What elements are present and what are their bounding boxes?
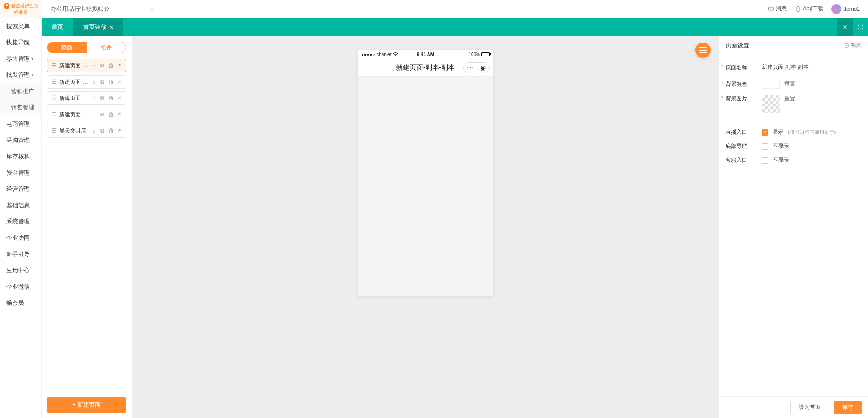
sidebar-item-wechat[interactable]: 企业微信: [0, 279, 41, 295]
sidebar-item-appcenter[interactable]: 应用中心: [0, 262, 41, 279]
bg-image-swatch[interactable]: [762, 95, 780, 113]
delete-icon[interactable]: 🗑: [108, 79, 115, 85]
tabbar-close-button[interactable]: [837, 18, 853, 36]
canvas-area: ●●●●○ chanjet 9:41 AM 100% 新建页面-副本-副本: [132, 36, 719, 418]
phone-title-bar: 新建页面-副本-副本 ⋯ ◉: [358, 59, 493, 77]
sidebar-item-search[interactable]: 搜索菜单: [0, 18, 41, 34]
copy-icon[interactable]: ⧉: [100, 128, 107, 134]
drag-icon[interactable]: ☰: [50, 95, 57, 101]
sidebar-item-system[interactable]: 系统管理: [0, 214, 41, 230]
settings-footer: 设为首页 保存: [719, 396, 868, 418]
chevron-down-icon: ⌄: [150, 6, 154, 11]
service-entry-label: 客服入口: [726, 157, 757, 164]
share-icon[interactable]: ↗: [117, 95, 123, 101]
sidebar-item-purchase[interactable]: 采购管理: [0, 132, 41, 148]
set-home-button[interactable]: 设为首页: [790, 401, 829, 414]
top-header: 畅捷通好生意 标准版 办公用品行业模拟账套 ⌄ 消息 App下载 demo2: [0, 0, 868, 18]
tabbar-fullscreen-button[interactable]: [853, 18, 868, 36]
drag-icon[interactable]: ☰: [50, 128, 57, 134]
share-icon[interactable]: ↗: [117, 62, 123, 69]
new-page-button[interactable]: + 新建页面: [47, 397, 126, 413]
share-icon[interactable]: ↗: [117, 111, 123, 118]
caret-down-icon: ▼: [30, 57, 34, 61]
copy-icon[interactable]: ⧉: [100, 79, 107, 85]
save-button[interactable]: 保存: [834, 401, 862, 414]
share-icon[interactable]: ↗: [117, 128, 123, 134]
bg-color-reset[interactable]: 重置: [784, 81, 795, 88]
home-icon[interactable]: ⌂: [92, 79, 99, 85]
service-checkbox[interactable]: [762, 157, 768, 164]
tab-decoration[interactable]: 首页装修 ×: [73, 18, 123, 36]
page-item[interactable]: ☰ 新建页面 ⌂⧉🗑↗: [47, 91, 126, 105]
home-icon[interactable]: ⌂: [92, 111, 99, 118]
copy-icon[interactable]: ⧉: [100, 111, 107, 118]
settings-header: 页面设置 视频: [719, 36, 868, 55]
tab-bar: 首页 首页装修 ×: [42, 18, 868, 36]
delete-icon[interactable]: 🗑: [108, 111, 115, 118]
account-selector[interactable]: 办公用品行业模拟账套 ⌄: [51, 5, 154, 13]
messages-link[interactable]: 消息: [768, 5, 787, 13]
sidebar-item-inventory[interactable]: 库存核算: [0, 148, 41, 165]
seg-tab-component[interactable]: 组件: [87, 42, 126, 53]
delete-icon[interactable]: 🗑: [108, 128, 115, 134]
page-item[interactable]: ☰ 新建页面-副本... ⌂ ⧉ 🗑 ↗: [47, 59, 126, 72]
capsule-more-icon[interactable]: ⋯: [464, 63, 476, 73]
segment-tabs: 页面 组件: [47, 42, 126, 53]
live-entry-label: 直播入口: [726, 128, 757, 136]
bg-color-label: 背景颜色: [726, 81, 757, 88]
user-menu[interactable]: demo2: [831, 4, 860, 14]
delete-icon[interactable]: 🗑: [108, 95, 115, 101]
delete-icon[interactable]: 🗑: [108, 62, 115, 69]
video-link[interactable]: 视频: [844, 42, 862, 49]
sidebar-item-ecommerce[interactable]: 电商管理: [0, 116, 41, 132]
svg-point-2: [769, 8, 770, 9]
sidebar-item-retail[interactable]: 零售管理▼: [0, 51, 41, 67]
page-list: ☰ 新建页面-副本... ⌂ ⧉ 🗑 ↗ ☰ 新建页面-副本 ⌂⧉🗑↗: [47, 59, 126, 397]
sidebar-item-sales[interactable]: 销售管理: [0, 100, 41, 116]
sidebar: 搜索菜单 快捷导航 零售管理▼ 批发管理▲ 营销推广 销售管理 电商管理 采购管…: [0, 18, 42, 418]
copy-icon[interactable]: ⧉: [100, 95, 107, 101]
bottom-nav-checkbox[interactable]: [762, 143, 768, 150]
sidebar-item-wholesale[interactable]: 批发管理▲: [0, 67, 41, 83]
sidebar-item-member[interactable]: 畅会员: [0, 295, 41, 311]
drag-icon[interactable]: ☰: [50, 79, 57, 85]
drag-icon[interactable]: ☰: [50, 62, 57, 69]
phone-icon: [795, 6, 801, 12]
avatar: [831, 4, 841, 14]
page-name-input[interactable]: [762, 62, 862, 73]
page-item[interactable]: ☰ 新建页面-副本 ⌂⧉🗑↗: [47, 75, 126, 89]
page-item[interactable]: ☰ 昊天文具店 ⌂⧉🗑↗: [47, 124, 126, 138]
signal-icon: ●●●●○: [361, 52, 375, 57]
sidebar-item-guide[interactable]: 新手引导: [0, 246, 41, 262]
seg-tab-page[interactable]: 页面: [47, 42, 87, 53]
home-icon[interactable]: ⌂: [92, 62, 99, 69]
capsule-close-icon[interactable]: ◉: [476, 63, 489, 73]
home-icon[interactable]: ⌂: [92, 128, 99, 134]
sidebar-item-basicinfo[interactable]: 基础信息: [0, 197, 41, 214]
home-icon[interactable]: ⌂: [92, 95, 99, 101]
sidebar-item-marketing[interactable]: 营销推广: [0, 83, 41, 100]
bottom-nav-label: 底部导航: [726, 142, 757, 150]
sidebar-item-quicknav[interactable]: 快捷导航: [0, 34, 41, 51]
logo[interactable]: 畅捷通好生意 标准版: [0, 0, 42, 18]
svg-point-4: [772, 8, 772, 9]
phone-time: 9:41 AM: [417, 52, 434, 57]
phone-preview: ●●●●○ chanjet 9:41 AM 100% 新建页面-副本-副本: [358, 50, 493, 296]
toggle-panel-button[interactable]: [695, 43, 711, 58]
sidebar-item-collab[interactable]: 企业协同: [0, 230, 41, 246]
sidebar-item-funds[interactable]: 资金管理: [0, 165, 41, 181]
page-item[interactable]: ☰ 新建页面 ⌂⧉🗑↗: [47, 108, 126, 121]
play-icon: [844, 43, 849, 48]
copy-icon[interactable]: ⧉: [100, 62, 107, 69]
bg-color-swatch[interactable]: [762, 80, 780, 89]
sidebar-item-operations[interactable]: 经营管理: [0, 181, 41, 197]
close-icon[interactable]: ×: [109, 24, 113, 31]
share-icon[interactable]: ↗: [117, 79, 123, 85]
live-checkbox[interactable]: ✓: [762, 129, 768, 136]
main: 首页 首页装修 × 页面 组件: [42, 18, 868, 418]
phone-status-bar: ●●●●○ chanjet 9:41 AM 100%: [358, 50, 493, 59]
drag-icon[interactable]: ☰: [50, 111, 57, 118]
bg-image-reset[interactable]: 重置: [784, 95, 795, 103]
tab-home[interactable]: 首页: [42, 18, 73, 36]
app-download-link[interactable]: App下载: [795, 5, 823, 13]
